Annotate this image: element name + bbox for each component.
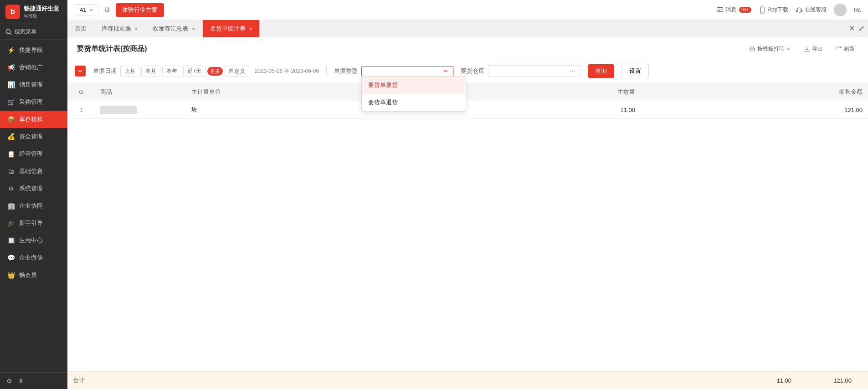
footer-label: 合计 <box>73 376 100 384</box>
collapse-icon[interactable]: ⏸ <box>18 377 24 384</box>
app-logo-text: 畅捷通好生意 标准版 <box>24 5 59 19</box>
user-name[interactable]: Rit <box>854 7 861 13</box>
guide-label: 新手引导 <box>19 219 43 227</box>
warehouse-input[interactable] <box>493 68 570 75</box>
warehouse-selector[interactable]: ··· <box>488 65 580 77</box>
type-selector[interactable]: 要货单要货 要货单退货 <box>361 66 453 77</box>
online-service-item[interactable]: 在线客服 <box>796 6 827 14</box>
guide-icon: 🎓 <box>6 220 15 227</box>
tab-inventory-batch[interactable]: 库存批次账 × <box>94 20 145 37</box>
date-last-7days[interactable]: 近7天 <box>183 66 205 77</box>
tab-inventory-batch-close[interactable]: × <box>135 26 138 31</box>
message-icon <box>716 6 724 14</box>
page-title: 要货单统计表(按商品) <box>77 44 147 54</box>
date-more-badge[interactable]: 更多 <box>207 67 223 76</box>
tab-order-stats-close[interactable]: × <box>249 26 252 31</box>
industry-button[interactable]: 体验行业方案 <box>116 3 164 17</box>
sidebar-item-wechat[interactable]: 💬 企业微信 <box>0 249 67 266</box>
sidebar-item-guide[interactable]: 🎓 新手引导 <box>0 215 67 232</box>
sales-label: 销售管理 <box>19 81 43 89</box>
app-brand-name: 畅捷通好生意 <box>24 5 59 13</box>
filter-expand-button[interactable] <box>75 66 86 77</box>
sidebar-item-system[interactable]: ⚙ 系统管理 <box>0 180 67 197</box>
product-name-blurred: ██ ██ <box>100 106 137 114</box>
tab-expand[interactable]: ⤢ <box>858 24 864 33</box>
col-settings-icon[interactable]: ⚙ <box>78 89 84 96</box>
type-option-order-goods[interactable]: 要货单要货 <box>362 77 466 94</box>
date-filter-group: 单据日期 上月 本月 本年 近7天 更多 自定义 2023-05-06 至 20… <box>93 66 319 77</box>
sidebar-item-operations[interactable]: 📋 经营管理 <box>0 145 67 163</box>
print-dropdown-icon <box>786 47 791 51</box>
date-custom-btn[interactable]: 自定义 <box>225 66 249 77</box>
date-buttons: 上月 本月 本年 近7天 更多 自定义 <box>120 66 249 77</box>
page-title-bar: 要货单统计表(按商品) 按模板打印 <box>67 37 868 59</box>
system-icon: ⚙ <box>6 185 15 192</box>
member-icon: 👑 <box>6 271 15 279</box>
sidebar-item-member[interactable]: 👑 畅会员 <box>0 266 67 284</box>
sidebar-item-purchase[interactable]: 🛒 采购管理 <box>0 93 67 111</box>
search-icon <box>5 29 12 35</box>
svg-rect-5 <box>796 10 798 11</box>
inventory-icon: 📦 <box>6 116 15 123</box>
tab-home[interactable]: 首页 <box>67 20 94 37</box>
sidebar-item-finance[interactable]: 💰 资金管理 <box>0 128 67 145</box>
type-chevron-up-icon <box>443 68 448 74</box>
sidebar-item-inventory[interactable]: 📦 库存核算 <box>0 111 67 128</box>
th-index: ⚙ <box>67 83 95 101</box>
type-option-return-goods[interactable]: 要货单退货 <box>362 94 466 111</box>
operations-label: 经营管理 <box>19 150 43 158</box>
date-this-year[interactable]: 本年 <box>162 66 181 77</box>
search-menu-label: 搜索菜单 <box>15 28 36 36</box>
top-header: 41 ⚙ 体验行业方案 消息 99+ <box>67 0 868 20</box>
sidebar-item-enterprise[interactable]: 🏢 企业协同 <box>0 197 67 215</box>
table-footer: 合计 11.00 121.00 <box>67 371 868 389</box>
cell-main-qty: 11.00 <box>452 101 641 119</box>
refresh-icon <box>836 46 842 52</box>
tab-close-all[interactable]: ✕ <box>849 24 855 33</box>
quick-nav-icon: ⚡ <box>6 46 15 54</box>
tab-order-stats-label: 要货单统计表 <box>210 25 246 33</box>
export-label: 导出 <box>812 45 823 53</box>
quick-nav-label: 快捷导航 <box>19 46 43 54</box>
tab-receive-summary[interactable]: 收发存汇总表 × <box>145 20 202 37</box>
date-range-text: 2023-05-06 至 2023-06-06 <box>255 67 319 75</box>
headset-icon <box>796 6 803 14</box>
finance-label: 资金管理 <box>19 133 43 141</box>
query-button[interactable]: 查询 <box>588 64 614 78</box>
warehouse-more-btn[interactable]: ··· <box>570 67 575 75</box>
refresh-button[interactable]: 刷新 <box>832 43 859 55</box>
store-selector[interactable]: 41 <box>75 4 98 15</box>
chevron-down-icon <box>89 8 93 12</box>
warehouse-filter-group: 要货仓库 ··· <box>461 65 580 77</box>
sidebar-item-app-center[interactable]: 🔲 应用中心 <box>0 232 67 249</box>
sidebar-search[interactable]: 搜索菜单 <box>0 24 67 40</box>
date-last-month[interactable]: 上月 <box>120 66 139 77</box>
tab-receive-summary-close[interactable]: × <box>192 26 195 31</box>
sidebar-item-sales[interactable]: 📊 销售管理 <box>0 76 67 93</box>
svg-line-1 <box>10 33 12 35</box>
inventory-label: 库存核算 <box>19 115 43 123</box>
export-button[interactable]: 导出 <box>800 43 827 55</box>
type-input[interactable] <box>366 68 443 75</box>
tab-order-stats[interactable]: 要货单统计表 × <box>203 20 260 37</box>
sidebar-item-base-info[interactable]: 🗂 基础信息 <box>0 163 67 180</box>
date-this-month[interactable]: 本月 <box>141 66 160 77</box>
tab-inventory-batch-label: 库存批次账 <box>102 25 131 33</box>
type-dropdown: 要货单要货 要货单退货 <box>361 76 466 112</box>
filter-bar: 单据日期 上月 本月 本年 近7天 更多 自定义 2023-05-06 至 20… <box>67 59 868 83</box>
settings-icon-header[interactable]: ⚙ <box>104 5 110 14</box>
purchase-icon: 🛒 <box>6 98 15 106</box>
svg-point-4 <box>762 11 763 12</box>
settings-bottom-icon[interactable]: ⚙ <box>6 377 12 384</box>
date-filter-label: 单据日期 <box>93 67 117 75</box>
sidebar-item-marketing[interactable]: 📢 营销推广 <box>0 59 67 76</box>
sidebar-item-quick-nav[interactable]: ⚡ 快捷导航 <box>0 41 67 59</box>
settings-button[interactable]: 设置 <box>621 64 649 78</box>
print-button[interactable]: 按模板打印 <box>745 43 795 55</box>
enterprise-label: 企业协同 <box>19 202 43 210</box>
page-actions: 按模板打印 导出 刷新 <box>745 43 859 55</box>
app-download-item[interactable]: App下载 <box>759 6 788 14</box>
app-edition: 标准版 <box>24 13 59 19</box>
user-avatar[interactable] <box>834 4 847 16</box>
messages-item[interactable]: 消息 99+ <box>716 6 751 14</box>
